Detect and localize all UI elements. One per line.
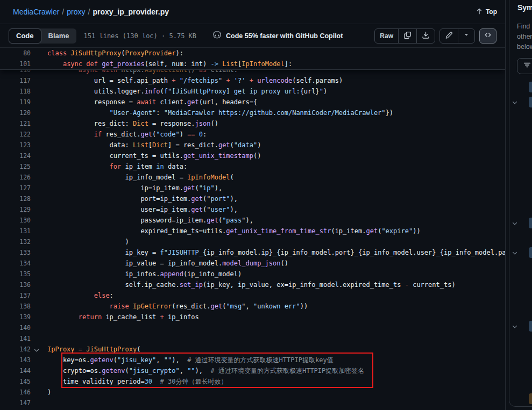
copy-raw-content-button[interactable] (398, 29, 416, 43)
download-icon (422, 31, 430, 41)
download-button[interactable] (416, 29, 435, 43)
symbols-panel-description: Findotherbelow (517, 21, 532, 52)
code-line: 141 (0, 333, 505, 344)
line-number[interactable]: 142 (0, 344, 31, 355)
line-number[interactable]: 120 (0, 107, 31, 118)
raw-button[interactable]: Raw (375, 29, 398, 43)
breadcrumb-repo-link[interactable]: MediaCrawler (13, 8, 59, 16)
code-line: 133 ip_key = f"JISUHTTP_{ip_info_model.i… (0, 247, 505, 258)
line-number[interactable]: 116 (0, 70, 31, 75)
symbol-kind-badge (529, 97, 532, 107)
symbol-kind-badge (529, 393, 532, 404)
line-number[interactable]: 137 (0, 290, 31, 301)
code-line: 145 time_validity_period=30 # 30分钟（最长时效） (0, 376, 505, 387)
code-symbols-icon (484, 31, 492, 41)
file-meta-info: 151 lines (130 loc) · 5.75 KB (84, 32, 197, 40)
chevron-down-icon[interactable] (512, 98, 519, 105)
line-number[interactable]: 132 (0, 236, 31, 247)
scroll-to-top-button[interactable]: Top (476, 8, 497, 17)
line-number[interactable]: 140 (0, 322, 31, 333)
code-text: time_validity_period=30 # 30分钟（最长时效） (31, 376, 227, 387)
symbol-tree-item[interactable] (506, 321, 532, 332)
line-number[interactable]: 119 (0, 97, 31, 107)
edit-options-dropdown[interactable] (458, 29, 474, 43)
line-number[interactable]: 80 (0, 48, 31, 59)
symbols-filter-button[interactable] (517, 58, 532, 74)
code-text: "User-Agent": "MediaCrawler https://gith… (31, 107, 393, 118)
symbol-tree-item[interactable] (506, 393, 532, 404)
line-number[interactable]: 135 (0, 269, 31, 279)
copilot-icon (212, 31, 222, 41)
line-number[interactable]: 133 (0, 247, 31, 258)
line-number[interactable]: 144 (0, 365, 31, 376)
code-text: async def get_proxies(self, num: int) ->… (31, 59, 292, 69)
line-number[interactable]: 146 (0, 387, 31, 398)
code-blame-tabs: Code Blame (9, 28, 76, 44)
code-line: 143 key=os.getenv("jisu_key", ""), # 通过环… (0, 355, 505, 365)
line-number[interactable]: 130 (0, 215, 31, 226)
tab-blame[interactable]: Blame (41, 28, 76, 44)
code-line: 127 ip=ip_item.get("ip"), (0, 183, 505, 193)
code-text (31, 333, 47, 344)
code-text (31, 398, 47, 408)
line-number[interactable]: 145 (0, 376, 31, 387)
edit-file-button[interactable] (440, 29, 458, 43)
line-number[interactable]: 141 (0, 333, 31, 344)
symbol-tree-item[interactable] (506, 97, 532, 107)
code-line: 121 res_dict: Dict = response.json() (0, 118, 505, 129)
line-number[interactable]: 147 (0, 398, 31, 408)
chevron-down-icon[interactable] (512, 249, 519, 256)
partially-scrolled-line: 116 async with httpx.AsyncClient() as cl… (0, 70, 505, 75)
line-number[interactable]: 101 (0, 59, 31, 69)
copilot-banner[interactable]: Code 55% faster with GitHub Copilot (212, 31, 343, 41)
code-text: raise IpGetError(res_dict.get("msg", "un… (31, 301, 308, 312)
symbols-panel-toggle-button[interactable] (479, 28, 496, 44)
code-text: user=ip_item.get("user"), (31, 204, 238, 215)
code-text: url = self.api_path + "/fetchips" + '?' … (31, 75, 343, 86)
code-text: class JiSuHttpProxy(ProxyProvider): (31, 48, 183, 59)
line-number[interactable]: 124 (0, 150, 31, 161)
line-number[interactable]: 121 (0, 118, 31, 129)
chevron-down-icon[interactable] (512, 322, 519, 329)
tab-code[interactable]: Code (9, 28, 41, 44)
copilot-banner-text: Code 55% faster with GitHub Copilot (226, 32, 343, 40)
code-text: else: (31, 290, 114, 301)
symbol-kind-badge (529, 247, 532, 258)
code-text: password=ip_item.get("pass"), (31, 215, 253, 226)
line-number[interactable]: 117 (0, 75, 31, 86)
line-number[interactable]: 122 (0, 129, 31, 140)
symbols-description-line: Find (517, 21, 532, 32)
line-number[interactable]: 125 (0, 161, 31, 172)
line-number[interactable]: 128 (0, 193, 31, 204)
line-number[interactable]: 129 (0, 204, 31, 215)
line-number[interactable]: 143 (0, 355, 31, 365)
symbol-tree-item[interactable] (506, 82, 532, 92)
breadcrumb-bar: MediaCrawler/proxy/proxy_ip_provider.py … (0, 0, 505, 24)
line-number[interactable]: 138 (0, 301, 31, 312)
symbol-tree-item[interactable] (506, 247, 532, 258)
code-line: 123 data: List[Dict] = res_dict.get("dat… (0, 140, 505, 150)
code-line: 128 port=ip_item.get("port"), (0, 193, 505, 204)
symbol-kind-badge (529, 82, 532, 92)
line-number[interactable]: 134 (0, 258, 31, 269)
scroll-to-top-label: Top (486, 8, 497, 16)
code-line: 116 async with httpx.AsyncClient() as cl… (0, 70, 505, 75)
code-line: 119 response = await client.get(url, hea… (0, 97, 505, 107)
line-number[interactable]: 136 (0, 279, 31, 290)
symbols-panel: Symbols Findotherbelow (506, 0, 532, 410)
code-line: 142IpProxy = JiSuHttpProxy( (0, 344, 505, 355)
symbol-kind-badge (529, 321, 532, 332)
symbols-description-line: below (517, 42, 532, 52)
chevron-down-icon[interactable] (512, 219, 519, 226)
line-number[interactable]: 131 (0, 226, 31, 236)
collapse-chevron-icon[interactable] (33, 346, 40, 353)
pencil-icon (445, 31, 453, 41)
breadcrumb-folder-link[interactable]: proxy (67, 8, 85, 16)
symbol-tree-item[interactable] (506, 218, 532, 228)
line-number[interactable]: 118 (0, 86, 31, 97)
line-number[interactable]: 139 (0, 312, 31, 322)
line-number[interactable]: 126 (0, 172, 31, 183)
code-text: for ip_item in data: (31, 161, 187, 172)
line-number[interactable]: 123 (0, 140, 31, 150)
line-number[interactable]: 127 (0, 183, 31, 193)
